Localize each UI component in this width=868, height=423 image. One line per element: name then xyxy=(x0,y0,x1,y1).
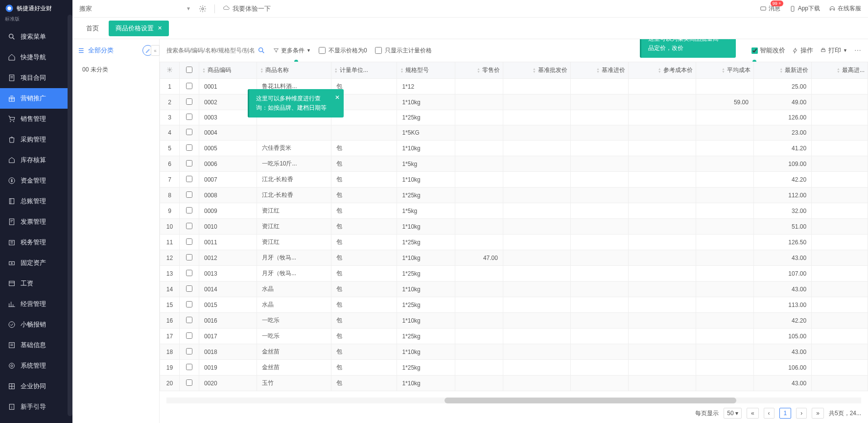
col-latest[interactable]: ▲▼最新进价 xyxy=(753,62,811,79)
sidebar-item-search[interactable]: 搜索菜单 xyxy=(0,26,72,47)
sidebar-item-money[interactable]: 资金管理 xyxy=(0,170,72,191)
sidebar-item-doc[interactable]: 项目合同 xyxy=(0,68,72,88)
col-name[interactable]: ▲▼商品名称 xyxy=(257,62,331,79)
current-page[interactable]: 1 xyxy=(779,408,792,419)
table-row[interactable]: 400041*5KG23.00 xyxy=(160,125,868,141)
sidebar-item-system[interactable]: 系统管理 xyxy=(0,355,72,376)
row-checkbox[interactable] xyxy=(180,110,199,125)
row-checkbox[interactable] xyxy=(180,282,199,297)
customer-service-button[interactable]: 在线客服 xyxy=(829,4,861,13)
table-row[interactable]: 170017一吃乐包1*25kg105.00 xyxy=(160,329,868,344)
row-checkbox[interactable] xyxy=(180,235,199,250)
row-checkbox[interactable] xyxy=(180,219,199,235)
col-avgcost[interactable]: ▲▼平均成本 xyxy=(696,62,753,79)
print-button[interactable]: 打印 ▼ xyxy=(820,46,847,55)
app-download-button[interactable]: App下载 xyxy=(789,4,820,13)
close-icon[interactable]: ✕ xyxy=(158,25,162,31)
table-row[interactable]: 200020玉竹包1*10kg43.00 xyxy=(160,376,868,391)
table-row[interactable]: 90009资江红包1*5kg32.00 xyxy=(160,203,868,219)
more-icon[interactable]: ⋯ xyxy=(854,47,861,54)
search-input[interactable] xyxy=(166,47,255,54)
col-unit[interactable]: ▲▼计量单位... xyxy=(331,62,397,79)
tab-home[interactable]: 首页 xyxy=(79,21,106,36)
row-checkbox[interactable] xyxy=(180,156,199,172)
hide-zero-checkbox[interactable]: 不显示价格为0 xyxy=(319,47,367,55)
all-categories-link[interactable]: 全部分类 xyxy=(88,46,114,55)
row-checkbox[interactable] xyxy=(180,344,199,360)
top-search-input[interactable] xyxy=(79,3,182,15)
table-row[interactable]: 180018金丝苗包1*10kg43.00 xyxy=(160,344,868,360)
table-row[interactable]: 160016一吃乐包1*10kg42.20 xyxy=(160,313,868,329)
chevron-down-icon[interactable]: ▼ xyxy=(186,6,191,11)
sidebar-item-guide[interactable]: 新手引导 xyxy=(0,397,72,417)
row-checkbox[interactable] xyxy=(180,188,199,203)
row-checkbox[interactable] xyxy=(180,250,199,266)
sidebar-item-book[interactable]: 总账管理 xyxy=(0,191,72,212)
sidebar-scrollbar[interactable] xyxy=(68,15,72,416)
collapse-tree-button[interactable]: « xyxy=(151,45,160,56)
col-refcost[interactable]: ▲▼参考成本价 xyxy=(628,62,696,79)
sidebar-item-tax[interactable]: 税务管理 xyxy=(0,232,72,253)
experience-link[interactable]: 我要体验一下 xyxy=(223,4,271,13)
operate-button[interactable]: 操作 xyxy=(792,46,813,55)
tab-product-price[interactable]: 商品价格设置 ✕ xyxy=(109,21,169,36)
row-checkbox[interactable] xyxy=(180,313,199,329)
sidebar-item-cart[interactable]: 销售管理 xyxy=(0,109,72,129)
row-checkbox[interactable] xyxy=(180,297,199,313)
row-checkbox[interactable] xyxy=(180,79,199,94)
row-checkbox[interactable] xyxy=(180,376,199,391)
col-highest[interactable]: ▲▼最高进... xyxy=(812,62,868,79)
col-retail[interactable]: ▲▼零售价 xyxy=(455,62,503,79)
sidebar-item-home[interactable]: 快捷导航 xyxy=(0,47,72,68)
table-row[interactable]: 60006一吃乐10斤...包1*5kg109.00 xyxy=(160,156,868,172)
horizontal-scrollbar[interactable] xyxy=(166,398,861,403)
first-page-button[interactable]: « xyxy=(747,408,759,419)
row-checkbox[interactable] xyxy=(180,360,199,376)
checkbox-column[interactable] xyxy=(180,62,199,79)
row-checkbox[interactable] xyxy=(180,172,199,188)
table-row[interactable]: 110011资江红包1*25kg126.50 xyxy=(160,235,868,250)
table-row[interactable]: 130013月牙（牧马...包1*25kg107.00 xyxy=(160,266,868,282)
table-row[interactable]: 50005六佳香贡米包1*10kg41.20 xyxy=(160,141,868,156)
col-wholesale[interactable]: ▲▼基准批发价 xyxy=(503,62,570,79)
row-checkbox[interactable] xyxy=(180,329,199,344)
messages-button[interactable]: 消息 99 + xyxy=(760,4,780,13)
sidebar-item-bag[interactable]: 采购管理 xyxy=(0,129,72,150)
sidebar-item-asset[interactable]: 固定资产 xyxy=(0,253,72,273)
sidebar-item-chart[interactable]: 经营管理 xyxy=(0,294,72,314)
table-row[interactable]: 190019金丝苗包1*25kg106.00 xyxy=(160,360,868,376)
last-page-button[interactable]: » xyxy=(812,408,824,419)
row-checkbox[interactable] xyxy=(180,266,199,282)
sidebar-item-coop[interactable]: 企业协同 xyxy=(0,376,72,397)
prev-page-button[interactable]: ‹ xyxy=(764,408,774,419)
table-row[interactable]: 70007江北-长粒香包1*10kg42.20 xyxy=(160,172,868,188)
row-checkbox[interactable] xyxy=(180,203,199,219)
sidebar-item-gift[interactable]: 营销推广 xyxy=(0,88,72,109)
col-code[interactable]: ▲▼商品编码 xyxy=(199,62,257,79)
smart-price-button[interactable]: 智能改价 xyxy=(751,46,785,55)
settings-column[interactable] xyxy=(160,62,180,79)
main-unit-checkbox[interactable]: 只显示主计量价格 xyxy=(375,47,432,55)
close-icon[interactable]: ✕ xyxy=(727,39,732,43)
search-icon[interactable] xyxy=(258,47,265,54)
col-spec[interactable]: ▲▼规格型号 xyxy=(397,62,455,79)
scrollbar-thumb[interactable] xyxy=(445,398,736,403)
sidebar-item-house[interactable]: 库存核算 xyxy=(0,150,72,170)
table-row[interactable]: 150015水晶包1*25kg113.00 xyxy=(160,297,868,313)
sidebar-item-salary[interactable]: 工资 xyxy=(0,273,72,294)
sidebar-item-reimburse[interactable]: 小畅报销 xyxy=(0,314,72,335)
row-checkbox[interactable] xyxy=(180,141,199,156)
table-row[interactable]: 140014水晶包1*10kg43.00 xyxy=(160,282,868,297)
gear-icon[interactable] xyxy=(199,5,207,13)
row-checkbox[interactable] xyxy=(180,125,199,141)
table-row[interactable]: 100010资江红包1*10kg51.00 xyxy=(160,219,868,235)
table-row[interactable]: 80008江北-长粒香包1*25kg112.00 xyxy=(160,188,868,203)
next-page-button[interactable]: › xyxy=(796,408,807,419)
sidebar-item-info[interactable]: 基础信息 xyxy=(0,335,72,355)
more-conditions-button[interactable]: 更多条件 ▼ xyxy=(273,47,311,55)
page-size-select[interactable]: 50 ▾ xyxy=(724,408,742,419)
row-checkbox[interactable] xyxy=(180,94,199,110)
sidebar-item-invoice[interactable]: 发票管理 xyxy=(0,212,72,232)
close-icon[interactable]: ✕ xyxy=(335,93,340,102)
tree-item-uncategorized[interactable]: 00 未分类 xyxy=(72,62,159,78)
